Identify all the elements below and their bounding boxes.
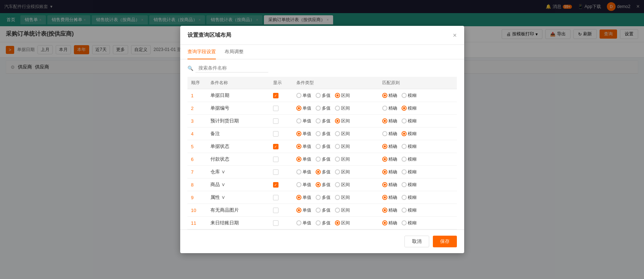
search-input[interactable]: [195, 64, 268, 72]
modal-header: 设置查询区域布局 ×: [180, 26, 464, 45]
settings-modal: 设置查询区域布局 × 查询字段设置 布局调整 🔍 顺序 条件名称 显示 条件类型: [180, 26, 464, 77]
modal-close-button[interactable]: ×: [453, 32, 457, 39]
modal-search-area: 🔍: [180, 59, 464, 77]
search-icon: 🔍: [187, 66, 193, 71]
modal-title: 设置查询区域布局: [187, 32, 231, 39]
modal-tabs: 查询字段设置 布局调整: [180, 45, 464, 59]
modal-overlay: 设置查询区域布局 × 查询字段设置 布局调整 🔍 顺序 条件名称 显示 条件类型: [0, 0, 644, 77]
tab-query-fields[interactable]: 查询字段设置: [187, 45, 216, 59]
tab-layout-adjust[interactable]: 布局调整: [225, 45, 244, 59]
